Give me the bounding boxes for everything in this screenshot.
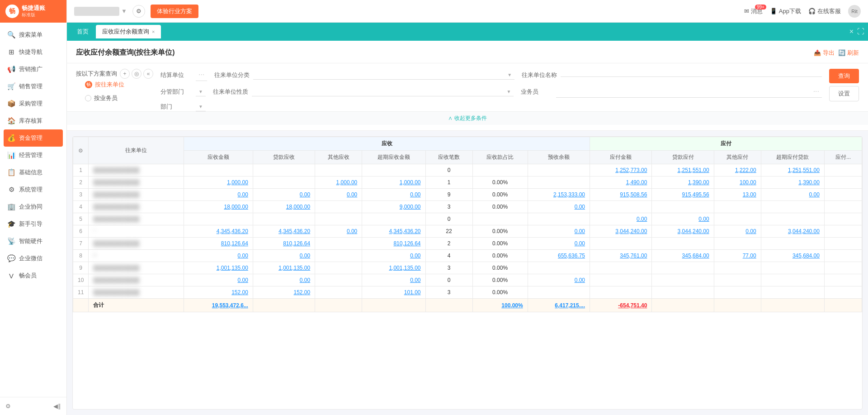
- sidebar-item-system[interactable]: ⚙ 系统管理: [0, 181, 66, 198]
- topbar-gear-btn[interactable]: ⚙: [132, 5, 145, 18]
- table-cell[interactable]: 345,684.00: [761, 250, 824, 262]
- table-cell[interactable]: 1,222.00: [714, 164, 761, 176]
- trial-button[interactable]: 体验行业方案: [151, 5, 198, 18]
- table-cell[interactable]: 1,001,135.00: [253, 262, 315, 274]
- table-cell[interactable]: 810,126.64: [362, 238, 425, 250]
- query-button[interactable]: 查询: [829, 69, 859, 83]
- topbar-dropdown-icon[interactable]: ▼: [121, 8, 127, 14]
- set-button[interactable]: 设置: [829, 86, 859, 101]
- settlement-unit-input[interactable]: ···: [196, 69, 207, 81]
- table-cell[interactable]: 0.00: [528, 225, 590, 238]
- table-cell[interactable]: 152.00: [253, 286, 315, 299]
- footer-receivable-total[interactable]: 19,553,472,6...: [184, 299, 253, 312]
- table-cell[interactable]: 345,761.00: [590, 250, 652, 262]
- table-cell[interactable]: 810,126.64: [184, 238, 253, 250]
- table-cell[interactable]: 1,000.00: [362, 176, 425, 189]
- table-cell[interactable]: 2,153,333.00: [528, 189, 590, 201]
- tab-close-icon[interactable]: ×: [152, 29, 155, 34]
- table-cell[interactable]: 1,390.00: [761, 176, 824, 189]
- collapse-sidebar-icon[interactable]: ◀∥: [53, 403, 61, 410]
- table-cell[interactable]: 810,126.64: [253, 238, 315, 250]
- table-cell[interactable]: 1,252,773.00: [590, 164, 652, 176]
- tab-expand-icon[interactable]: ⛶: [857, 28, 864, 36]
- table-cell[interactable]: 13.00: [714, 189, 761, 201]
- table-cell[interactable]: 1,000.00: [315, 176, 362, 189]
- table-cell[interactable]: 345,684.00: [652, 250, 714, 262]
- table-cell[interactable]: 1,001,135.00: [184, 262, 253, 274]
- edit-scheme-btn[interactable]: ◎: [132, 69, 142, 79]
- table-cell[interactable]: 0.00: [362, 189, 425, 201]
- table-cell[interactable]: 0.00: [590, 213, 652, 225]
- dept-manage-input[interactable]: ▼: [196, 87, 206, 96]
- table-cell[interactable]: 0.00: [253, 189, 315, 201]
- app-download-btn[interactable]: 📱 App下载: [770, 7, 801, 15]
- partner-name-input[interactable]: [561, 73, 822, 77]
- table-cell[interactable]: 1,490.00: [590, 176, 652, 189]
- table-cell[interactable]: 0.00: [528, 274, 590, 286]
- collapse-filter-btn[interactable]: ∧ 收起更多条件: [67, 111, 868, 125]
- sidebar-item-member[interactable]: V 畅会员: [0, 267, 66, 284]
- table-cell[interactable]: 1,001,135.00: [362, 262, 425, 274]
- table-cell[interactable]: 3,044,240.00: [652, 225, 714, 238]
- add-scheme-btn[interactable]: +: [120, 69, 130, 79]
- table-cell[interactable]: 3,044,240.00: [590, 225, 652, 238]
- table-cell[interactable]: 0.00: [315, 189, 362, 201]
- table-cell[interactable]: 18,000.00: [253, 201, 315, 213]
- message-btn[interactable]: ✉ 消息 99+: [744, 7, 763, 15]
- table-cell[interactable]: 0.00: [362, 274, 425, 286]
- footer-payable-total[interactable]: -654,751.40: [590, 299, 652, 312]
- sidebar-item-purchase[interactable]: 📦 采购管理: [0, 95, 66, 112]
- table-cell[interactable]: 0.00: [714, 225, 761, 238]
- table-cell[interactable]: 101.00: [362, 286, 425, 299]
- table-cell[interactable]: 3,044,240.00: [761, 225, 824, 238]
- table-cell[interactable]: 0.00: [315, 225, 362, 238]
- table-cell[interactable]: 0.00: [528, 201, 590, 213]
- table-cell[interactable]: 0.00: [652, 213, 714, 225]
- partner-nature-input[interactable]: ▼: [252, 87, 514, 96]
- sidebar-item-corp[interactable]: 🏢 企业协同: [0, 198, 66, 215]
- table-cell[interactable]: 0.00: [253, 250, 315, 262]
- sidebar-item-marketing[interactable]: 📢 营销推广: [0, 61, 66, 78]
- sidebar-item-wechat[interactable]: 💬 企业微信: [0, 250, 66, 267]
- table-cell[interactable]: 1,251,551.00: [761, 164, 824, 176]
- table-cell[interactable]: 1,000.00: [184, 176, 253, 189]
- table-cell[interactable]: 1,251,551.00: [652, 164, 714, 176]
- tab-home[interactable]: 首页: [71, 25, 95, 38]
- table-cell[interactable]: 655,636.75: [528, 250, 590, 262]
- table-cell[interactable]: 152.00: [184, 286, 253, 299]
- tab-receivable[interactable]: 应收应付余额查询 ×: [96, 25, 161, 38]
- table-cell[interactable]: 0.00: [184, 250, 253, 262]
- partner-category-input[interactable]: ▼: [253, 71, 514, 80]
- refresh-btn[interactable]: 🔄 刷新: [838, 49, 859, 57]
- table-cell[interactable]: 0.00: [184, 189, 253, 201]
- table-cell[interactable]: 4,345,436.20: [253, 225, 315, 238]
- sidebar-item-basic[interactable]: 📋 基础信息: [0, 164, 66, 181]
- online-service-btn[interactable]: 🎧 在线客服: [808, 7, 841, 15]
- sidebar-item-ops[interactable]: 📊 经营管理: [0, 147, 66, 164]
- table-cell[interactable]: 18,000.00: [184, 201, 253, 213]
- table-cell[interactable]: 0.00: [528, 238, 590, 250]
- sidebar-item-quicknav[interactable]: ⊞ 快捷导航: [0, 43, 66, 61]
- table-cell[interactable]: 4,345,436.20: [362, 225, 425, 238]
- table-cell[interactable]: 0.00: [761, 189, 824, 201]
- sidebar-item-inventory[interactable]: 🏠 库存核算: [0, 112, 66, 129]
- sidebar-item-sales[interactable]: 🛒 销售管理: [0, 78, 66, 95]
- table-cell[interactable]: 4,345,436.20: [184, 225, 253, 238]
- table-cell[interactable]: 915,495.56: [652, 189, 714, 201]
- table-settings-header[interactable]: ⚙: [73, 137, 89, 164]
- table-cell[interactable]: 1,390.00: [652, 176, 714, 189]
- salesperson-input[interactable]: ···: [556, 86, 822, 98]
- table-cell[interactable]: 0.00: [362, 250, 425, 262]
- sidebar-item-search[interactable]: 🔍 搜索菜单: [0, 26, 66, 43]
- department-input[interactable]: ▼: [196, 102, 206, 111]
- table-cell[interactable]: 9,000.00: [362, 201, 425, 213]
- settings-footer-icon[interactable]: ⚙: [5, 403, 11, 410]
- scheme-by-partner[interactable]: 畅 按往来单位: [81, 79, 153, 91]
- user-avatar[interactable]: Rit: [848, 5, 861, 18]
- tab-close-all-icon[interactable]: ×: [849, 28, 854, 36]
- table-cell[interactable]: 0.00: [184, 274, 253, 286]
- table-cell[interactable]: 100.00: [714, 176, 761, 189]
- sidebar-item-hardware[interactable]: 📡 智能硬件: [0, 233, 66, 250]
- export-btn[interactable]: 📤 导出: [814, 49, 835, 57]
- sidebar-item-finance[interactable]: 💰 资金管理: [4, 129, 63, 147]
